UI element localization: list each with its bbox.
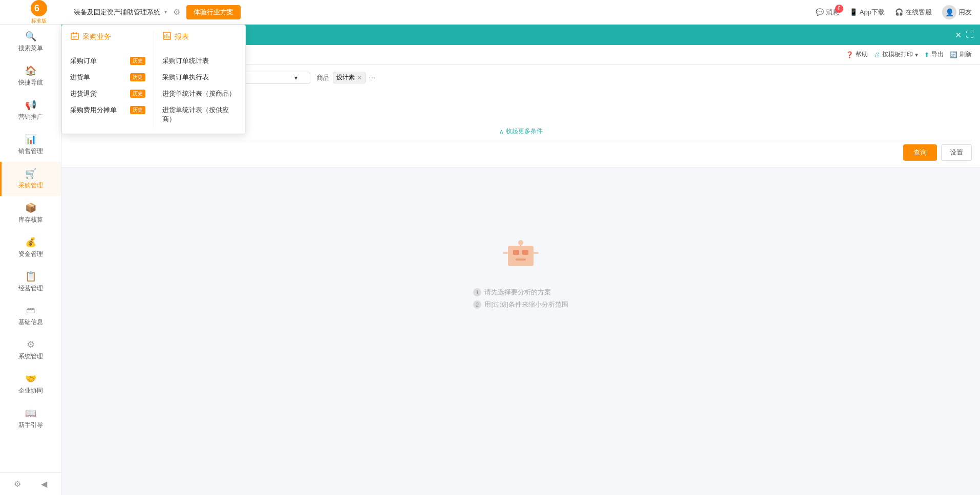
svg-rect-3: [522, 250, 528, 255]
sidebar-item-capital[interactable]: 💰 资金管理: [0, 230, 61, 265]
query-button[interactable]: 查询: [903, 144, 937, 161]
svg-rect-6: [534, 252, 539, 254]
basic-icon: 🗃: [26, 305, 35, 316]
svg-text:6: 6: [34, 3, 39, 13]
tip-num-1: 1: [473, 288, 481, 296]
industry-btn[interactable]: 体验行业方案: [186, 5, 241, 19]
logo-text: 标准版: [31, 17, 47, 25]
tip-num-2: 2: [473, 300, 481, 309]
tab-fullscreen-icon[interactable]: ⛶: [966, 30, 974, 39]
sidebar-collapse-btn[interactable]: ◀: [37, 477, 51, 491]
help-icon: ❓: [846, 51, 854, 58]
dropdown-item-expense[interactable]: 采购费用分摊单 历史: [70, 102, 145, 118]
app-download-action[interactable]: 📱 App下载: [849, 8, 885, 17]
user-action[interactable]: 👤 用友: [942, 5, 972, 19]
sidebar-item-marketing[interactable]: 📢 营销推广: [0, 93, 61, 127]
dropdown-menu: 采购业务 采购订单 历史 进货单 历史 进货退货 历史 采购费用分摊单 历史: [61, 25, 246, 134]
online-service-action[interactable]: 🎧 在线客服: [895, 8, 932, 17]
purchase-col-title: 采购业务: [70, 31, 145, 47]
svg-rect-4: [516, 259, 526, 261]
dropdown-overlay: 采购业务 采购订单 历史 进货单 历史 进货退货 历史 采购费用分摊单 历史: [61, 25, 246, 134]
message-icon: 💬: [816, 8, 824, 16]
collab-icon: 🤝: [25, 373, 36, 384]
purchase-business-col: 采购业务 采购订单 历史 进货单 历史 进货退货 历史 采购费用分摊单 历史: [62, 31, 154, 127]
settings-icon[interactable]: ⚙: [173, 7, 180, 17]
print-action[interactable]: 🖨 按模板打印 ▾: [874, 50, 918, 59]
system-icon: ⚙: [27, 339, 35, 350]
purchase-col-icon: [70, 31, 79, 42]
sidebar-item-sales[interactable]: 📊 销售管理: [0, 127, 61, 162]
sidebar-item-system[interactable]: ⚙ 系统管理: [0, 333, 61, 367]
dropdown-item-order-exec[interactable]: 采购订单执行表: [162, 69, 238, 85]
sidebar-item-collab[interactable]: 🤝 企业协同: [0, 367, 61, 401]
sidebar-item-basic[interactable]: 🗃 基础信息: [0, 299, 61, 333]
print-dropdown-icon: ▾: [915, 51, 918, 58]
report-col-icon: [162, 31, 172, 42]
dropdown-arrow-icon[interactable]: ▾: [164, 9, 167, 15]
sidebar-settings-btn[interactable]: ⚙: [10, 477, 25, 491]
headset-icon: 🎧: [895, 8, 903, 16]
sidebar-item-search[interactable]: 🔍 搜索菜单: [0, 25, 61, 59]
guide-icon: 📖: [25, 407, 36, 419]
dropdown-item-incoming-supplier[interactable]: 进货单统计表（按供应商）: [162, 102, 238, 127]
sidebar-item-guide[interactable]: 📖 新手引导: [0, 401, 61, 436]
report-col-title: 报表: [162, 31, 238, 47]
goods-tag-close[interactable]: ✕: [357, 74, 362, 81]
sidebar-item-nav[interactable]: 🏠 快捷导航: [0, 59, 61, 93]
collapse-icon: ∧: [499, 128, 504, 135]
settings-button[interactable]: 设置: [941, 144, 972, 161]
message-badge: 6: [835, 5, 843, 13]
avatar: 👤: [942, 5, 956, 19]
refresh-icon: 🔄: [950, 51, 957, 58]
dropdown-item-incoming[interactable]: 进货单 历史: [70, 69, 145, 85]
export-action[interactable]: ⬆ 导出: [924, 50, 944, 59]
dropdown-item-return[interactable]: 进货退货 历史: [70, 85, 145, 102]
svg-point-7: [518, 240, 523, 245]
marketing-icon: 📢: [25, 99, 36, 111]
search-icon: 🔍: [25, 31, 36, 42]
export-icon: ⬆: [924, 51, 929, 58]
sidebar-item-inventory[interactable]: 📦 库存核算: [0, 196, 61, 230]
history-badge-1: 历史: [130, 73, 145, 81]
history-badge-3: 历史: [130, 106, 145, 114]
goods-filter-group: 商品 设计素 ✕ ···: [316, 72, 375, 83]
dropdown-item-order-stat[interactable]: 采购订单统计表: [162, 53, 238, 69]
svg-rect-5: [503, 252, 508, 254]
dropdown-item-incoming-goods[interactable]: 进货单统计表（按商品）: [162, 85, 238, 102]
empty-state: 1 请先选择要分析的方案 2 用[过滤]条件来缩小分析范围: [61, 167, 980, 372]
home-icon: 🏠: [25, 65, 36, 76]
phone-icon: 📱: [849, 8, 858, 16]
tab-close-all-icon[interactable]: ✕: [955, 30, 962, 40]
collapse-btn[interactable]: ∧ 收起更多条件: [499, 127, 543, 136]
logo-icon: 6: [31, 0, 47, 16]
sales-icon: 📊: [25, 134, 36, 145]
system-title: 装备及固定资产辅助管理系统: [74, 8, 160, 17]
header-right: 💬 消息 6 📱 App下载 🎧 在线客服 👤 用友: [816, 5, 972, 19]
tab-bar-right: ✕ ⛶: [955, 30, 980, 40]
history-badge-0: 历史: [130, 57, 145, 65]
capital-icon: 💰: [25, 236, 36, 248]
logo-area: 6 标准版: [8, 0, 70, 25]
empty-icon: [495, 230, 546, 282]
doc-status-dropdown-icon: ▾: [294, 74, 297, 81]
message-action[interactable]: 💬 消息 6: [816, 8, 839, 17]
dropdown-item-purchase-order[interactable]: 采购订单 历史: [70, 53, 145, 69]
empty-tip-1: 1 请先选择要分析的方案: [473, 288, 568, 297]
goods-tag: 设计素 ✕: [333, 72, 366, 83]
sidebar-item-operation[interactable]: 📋 经营管理: [0, 265, 61, 299]
sidebar-item-purchase[interactable]: 🛒 采购管理: [0, 162, 61, 196]
empty-tips: 1 请先选择要分析的方案 2 用[过滤]条件来缩小分析范围: [473, 288, 568, 309]
inventory-icon: 📦: [25, 202, 36, 213]
svg-rect-1: [508, 246, 534, 266]
help-action[interactable]: ❓ 帮助: [846, 50, 868, 59]
svg-rect-2: [513, 250, 519, 255]
print-icon: 🖨: [874, 51, 880, 58]
top-header: 6 标准版 装备及固定资产辅助管理系统 ▾ ⚙ 体验行业方案 💬 消息 6 📱 …: [0, 0, 980, 25]
filter-actions: 查询 设置: [70, 140, 972, 161]
goods-filter-more[interactable]: ···: [369, 73, 375, 82]
operation-icon: 📋: [25, 271, 36, 282]
history-badge-2: 历史: [130, 90, 145, 98]
sidebar: 🔍 搜索菜单 🏠 快捷导航 📢 营销推广 📊 销售管理 🛒 采购管理 📦 库存核…: [0, 25, 61, 495]
refresh-action[interactable]: 🔄 刷新: [950, 50, 972, 59]
purchase-icon: 🛒: [25, 168, 36, 179]
